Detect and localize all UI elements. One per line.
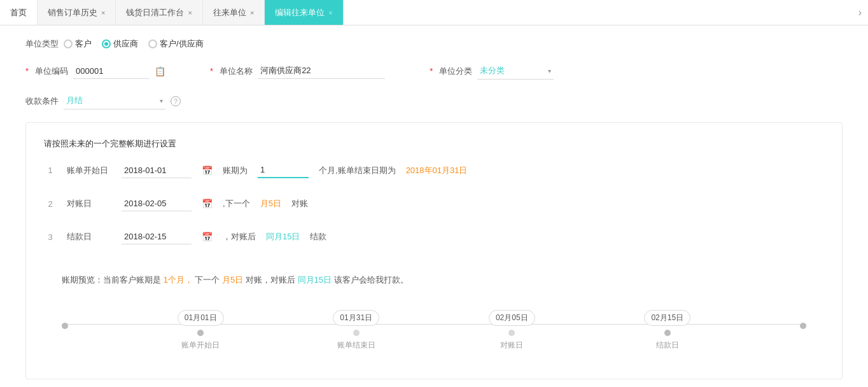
row-1-num: 1 — [44, 165, 57, 175]
preview-reconcile-prefix: 下一个 — [195, 275, 220, 285]
unit-name-item: * 单位名称 — [210, 64, 385, 79]
reconcile-calendar-icon[interactable]: 📅 — [202, 199, 213, 209]
reconcile-row: 2 对账日 📅 ,下一个 月5日 对账 — [44, 196, 824, 211]
tab-edit-partner-close[interactable]: × — [328, 9, 332, 17]
preview-prefix: 账期预览：当前客户账期是 — [62, 275, 161, 285]
timeline-start-dot — [62, 323, 68, 329]
unit-name-label: 单位名称 — [220, 66, 253, 77]
tab-sales-history[interactable]: 销售订单历史 × — [38, 0, 116, 25]
unit-code-input[interactable] — [73, 64, 150, 79]
tab-home[interactable]: 首页 — [0, 0, 38, 25]
tab-edit-partner[interactable]: 编辑往来单位 × — [265, 0, 343, 25]
unit-code-label: 单位编码 — [35, 66, 68, 77]
timeline-badge-3: 02月05日 — [489, 310, 535, 326]
radio-both[interactable]: 客户/供应商 — [148, 38, 204, 50]
tab-arrow[interactable]: › — [852, 0, 868, 25]
tab-cash-workbench[interactable]: 钱货日清工作台 × — [116, 0, 202, 25]
unit-info-row: * 单位编码 📋 * 单位名称 * 单位分类 未分类 ▾ — [25, 62, 843, 80]
preview-section: 账期预览：当前客户账期是 1个月， 下一个 月5日 对账，对账后 同月15日 该… — [44, 262, 824, 310]
copy-icon[interactable]: 📋 — [155, 66, 165, 76]
timeline-point-3: 02月05日 对账日 — [489, 310, 535, 351]
row-2-num: 2 — [44, 199, 57, 209]
payment-calendar-icon[interactable]: 📅 — [202, 232, 213, 242]
payment-terms-label: 收款条件 — [25, 95, 59, 107]
row-1-highlight-date: 2018年01月31日 — [406, 165, 468, 176]
preview-text: 账期预览：当前客户账期是 1个月， 下一个 月5日 对账，对账后 同月15日 该… — [62, 272, 806, 287]
radio-both-circle — [148, 39, 157, 48]
unit-name-star: * — [210, 66, 213, 76]
help-icon[interactable]: ? — [171, 96, 181, 106]
payment-terms-value: 月结 — [66, 95, 157, 106]
preview-payment: 同月15日 — [298, 275, 332, 285]
radio-customer[interactable]: 客户 — [64, 38, 92, 50]
payment-terms-dropdown[interactable]: 月结 ▾ — [64, 92, 165, 109]
billing-section: 请按照未来的一个完整帐期进行设置 1 账单开始日 📅 账期为 个月,账单结束日期… — [25, 122, 843, 379]
tab-edit-partner-label: 编辑往来单位 — [275, 7, 325, 18]
radio-both-label: 客户/供应商 — [160, 38, 204, 50]
radio-supplier[interactable]: 供应商 — [102, 38, 138, 50]
unit-type-item: 单位类型 客户 供应商 客户/供应商 — [25, 38, 204, 50]
timeline-wrapper: 01月01日 账单开始日 01月31日 账单结束日 02月05日 对账日 — [44, 310, 824, 363]
timeline-label-3: 对账日 — [500, 340, 523, 351]
timeline-left-dot — [62, 323, 68, 347]
timeline-end-dot — [800, 323, 806, 329]
preview-suffix: 该客户会给我打款。 — [334, 275, 409, 285]
payment-terms-arrow: ▾ — [160, 97, 163, 104]
reconcile-date-input[interactable] — [122, 196, 192, 211]
radio-supplier-label: 供应商 — [113, 38, 138, 50]
radio-customer-circle — [64, 39, 73, 48]
billing-start-calendar-icon[interactable]: 📅 — [202, 165, 213, 176]
tab-home-label: 首页 — [10, 7, 27, 18]
timeline-dot-2 — [353, 330, 360, 336]
row-3-highlight-text: 同月15日 — [266, 231, 300, 243]
payment-terms-row: 收款条件 月结 ▾ ? — [25, 92, 843, 109]
unit-category-dropdown[interactable]: 未分类 ▾ — [477, 62, 554, 80]
timeline-label-2: 账单结束日 — [337, 340, 375, 351]
tab-sales-history-label: 销售订单历史 — [48, 7, 97, 18]
row-2-highlight-text: 月5日 — [260, 198, 281, 209]
tab-partner-units[interactable]: 往来单位 × — [203, 0, 265, 25]
row-2-desc-prefix: ,下一个 — [223, 198, 250, 209]
tab-cash-workbench-label: 钱货日清工作台 — [126, 7, 184, 18]
row-3-desc-prefix: ，对账后 — [223, 231, 256, 243]
unit-name-input[interactable] — [258, 64, 385, 79]
timeline-point-1: 01月01日 账单开始日 — [178, 310, 224, 351]
row-1-label: 账单开始日 — [67, 165, 111, 176]
timeline-points: 01月01日 账单开始日 01月31日 账单结束日 02月05日 对账日 — [62, 310, 806, 351]
section-title: 请按照未来的一个完整帐期进行设置 — [44, 138, 824, 150]
tab-sales-history-close[interactable]: × — [101, 9, 105, 17]
unit-type-row: 单位类型 客户 供应商 客户/供应商 — [25, 38, 843, 50]
row-3-desc-suffix: 结款 — [310, 231, 326, 243]
timeline-dot-4 — [664, 330, 671, 336]
timeline-badge-4: 02月15日 — [644, 310, 690, 326]
radio-customer-label: 客户 — [75, 38, 92, 50]
row-1-desc-prefix: 账期为 — [223, 165, 248, 176]
timeline-dot-3 — [508, 330, 515, 336]
preview-reconcile: 月5日 — [222, 275, 243, 285]
timeline-badge-2: 01月31日 — [333, 310, 379, 326]
timeline-label-4: 结款日 — [656, 340, 679, 351]
tab-partner-units-close[interactable]: × — [250, 9, 254, 17]
unit-category-label: 单位分类 — [439, 66, 472, 77]
billing-start-date-input[interactable] — [122, 163, 192, 178]
timeline-point-2: 01月31日 账单结束日 — [333, 310, 379, 351]
tab-bar: 首页 销售订单历史 × 钱货日清工作台 × 往来单位 × 编辑往来单位 × › — [0, 0, 868, 25]
payment-date-input[interactable] — [122, 229, 192, 244]
timeline-point-4: 02月15日 结款日 — [644, 310, 690, 351]
tab-cash-workbench-close[interactable]: × — [188, 9, 192, 17]
period-input[interactable] — [258, 162, 309, 178]
row-2-label: 对账日 — [67, 198, 111, 209]
timeline-badge-1: 01月01日 — [178, 310, 224, 326]
timeline-right-dot — [800, 323, 806, 347]
radio-group: 客户 供应商 客户/供应商 — [64, 38, 204, 50]
billing-start-row: 1 账单开始日 📅 账期为 个月,账单结束日期为 2018年01月31日 — [44, 162, 824, 178]
row-3-num: 3 — [44, 232, 57, 242]
tab-partner-units-label: 往来单位 — [213, 7, 246, 18]
preview-period: 1个月， — [164, 275, 193, 285]
row-3-label: 结款日 — [67, 231, 111, 243]
unit-type-label: 单位类型 — [25, 38, 59, 50]
unit-category-star: * — [430, 66, 433, 76]
unit-code-item: * 单位编码 📋 — [25, 64, 165, 79]
timeline-label-1: 账单开始日 — [181, 340, 220, 351]
preview-reconcile-suffix: 对账，对账后 — [246, 275, 295, 285]
